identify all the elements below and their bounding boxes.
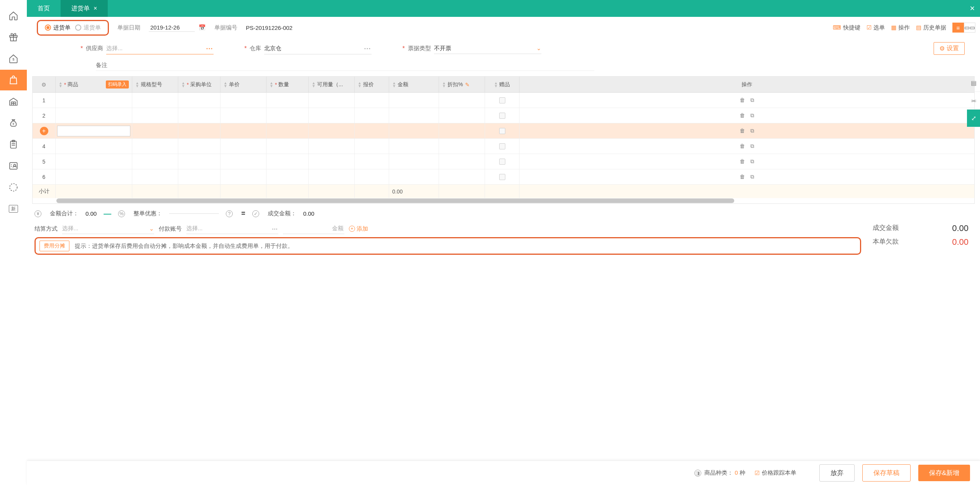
col-quote[interactable]: ▲▼报价 — [355, 77, 389, 92]
scrollbar-thumb[interactable] — [56, 198, 734, 203]
history-button[interactable]: ▤历史单据 — [916, 24, 946, 31]
select-order-button[interactable]: ☑选单 — [867, 24, 885, 31]
pay-account-select[interactable]: 选择... ⋯ — [186, 223, 278, 234]
col-qty[interactable]: ▲▼*数量 — [266, 77, 309, 92]
checkbox-icon[interactable] — [499, 128, 505, 134]
close-icon[interactable]: × — [94, 5, 97, 12]
cell-qty[interactable] — [266, 154, 309, 169]
cell-spec[interactable] — [132, 123, 178, 138]
nav-clipboard[interactable] — [0, 134, 27, 155]
cell-quote[interactable] — [355, 169, 389, 184]
cell-discount[interactable] — [439, 123, 485, 138]
cell-spec[interactable] — [132, 93, 178, 108]
add-row-button[interactable]: + — [33, 123, 56, 138]
col-spec[interactable]: ▲▼规格型号 — [132, 77, 178, 92]
save-new-button[interactable]: 保存&新增 — [918, 465, 970, 481]
cell-qty[interactable] — [266, 108, 309, 123]
col-available[interactable]: ▲▼可用量（... — [309, 77, 355, 92]
delete-row-button[interactable]: 🗑 — [740, 97, 745, 103]
shortcut-button[interactable]: ⌨快捷键 — [833, 24, 860, 31]
cell-qty[interactable] — [266, 169, 309, 184]
cell-qty[interactable] — [266, 93, 309, 108]
nav-finance[interactable]: ¥ — [0, 113, 27, 133]
cell-spec[interactable] — [132, 139, 178, 154]
cell-discount[interactable] — [439, 93, 485, 108]
settings-button[interactable]: ⚙ 设置 — [934, 42, 965, 55]
delete-row-button[interactable]: 🗑 — [740, 174, 745, 180]
rail-expand[interactable]: ⤢ — [967, 110, 980, 127]
checkbox-icon[interactable] — [499, 97, 505, 103]
cell-unit[interactable] — [178, 123, 220, 138]
view-card-button[interactable]: ▭▭ — [964, 23, 975, 33]
delete-row-button[interactable]: 🗑 — [740, 112, 745, 119]
operation-button[interactable]: ▦操作 — [891, 24, 910, 31]
cell-product[interactable] — [56, 93, 132, 108]
col-price[interactable]: ▲▼单价 — [220, 77, 266, 92]
cell-spec[interactable] — [132, 108, 178, 123]
tab-purchase-order[interactable]: 进货单 × — [61, 0, 108, 17]
cell-quote[interactable] — [355, 123, 389, 138]
remarks-input[interactable]: 备注 — [96, 62, 594, 71]
cell-spec[interactable] — [132, 169, 178, 184]
cell-product[interactable] — [56, 154, 132, 169]
nav-shopping[interactable] — [0, 70, 27, 90]
discard-button[interactable]: 放弃 — [819, 464, 855, 482]
rail-note[interactable]: ▤ — [967, 74, 980, 92]
delete-row-button[interactable]: 🗑 — [740, 143, 745, 149]
save-draft-button[interactable]: 保存草稿 — [862, 464, 911, 482]
col-gift[interactable]: ▲▼赠品 — [485, 77, 520, 92]
copy-row-button[interactable]: ⧉ — [750, 112, 754, 119]
help-icon[interactable]: ? — [226, 210, 233, 217]
cell-discount[interactable] — [439, 154, 485, 169]
cell-gift[interactable] — [485, 93, 520, 108]
delete-row-button[interactable]: 🗑 — [740, 158, 745, 165]
col-unit[interactable]: ▲▼*采购单位 — [178, 77, 220, 92]
nav-money-tag[interactable]: $ — [0, 48, 27, 69]
nav-home[interactable] — [0, 5, 27, 26]
cell-discount[interactable] — [439, 108, 485, 123]
col-settings[interactable]: ⚙ — [33, 77, 56, 92]
cell-price[interactable] — [220, 108, 266, 123]
fee-allocation-button[interactable]: 费用分摊 — [39, 241, 69, 251]
col-product[interactable]: ▲▼*商品扫码录入 — [56, 77, 132, 92]
add-payment-button[interactable]: + 添加 — [349, 225, 368, 233]
cell-gift[interactable] — [485, 139, 520, 154]
col-discount[interactable]: ▲▼折扣%✎ — [439, 77, 485, 92]
scan-input-badge[interactable]: 扫码录入 — [106, 80, 129, 88]
checkbox-icon[interactable] — [499, 159, 505, 165]
cell-unit[interactable] — [178, 154, 220, 169]
cell-qty[interactable] — [266, 123, 309, 138]
cell-price[interactable] — [220, 123, 266, 138]
cell-unit[interactable] — [178, 139, 220, 154]
cell-unit[interactable] — [178, 93, 220, 108]
cell-unit[interactable] — [178, 108, 220, 123]
rail-link[interactable]: ⫘ — [967, 92, 980, 110]
horizontal-scrollbar[interactable] — [33, 198, 974, 203]
supplier-select[interactable]: 选择... ⋯ — [106, 43, 214, 54]
cell-quote[interactable] — [355, 154, 389, 169]
checkbox-icon[interactable] — [499, 113, 505, 119]
cell-spec[interactable] — [132, 154, 178, 169]
cell-price[interactable] — [220, 139, 266, 154]
nav-sync[interactable] — [0, 177, 27, 198]
cell-gift[interactable] — [485, 169, 520, 184]
checkbox-icon[interactable] — [499, 174, 505, 180]
cell-product[interactable] — [56, 139, 132, 154]
cell-quote[interactable] — [355, 93, 389, 108]
invoice-type-select[interactable]: 不开票 ⌄ — [434, 43, 541, 54]
close-all-tabs[interactable]: × — [965, 0, 980, 17]
pay-method-select[interactable]: 选择... ⌄ — [62, 223, 154, 234]
radio-purchase[interactable]: 进货单 — [45, 24, 71, 31]
nav-contacts[interactable] — [0, 156, 27, 176]
cell-gift[interactable] — [485, 108, 520, 123]
copy-row-button[interactable]: ⧉ — [750, 128, 754, 134]
copy-row-button[interactable]: ⧉ — [750, 174, 754, 180]
cell-quote[interactable] — [355, 108, 389, 123]
copy-row-button[interactable]: ⧉ — [750, 97, 754, 103]
cell-qty[interactable] — [266, 139, 309, 154]
date-picker[interactable]: 2019-12-26 📅 — [149, 23, 206, 32]
cell-unit[interactable] — [178, 169, 220, 184]
warehouse-select[interactable]: 北京仓 ⋯ — [264, 43, 372, 54]
product-input[interactable] — [57, 126, 130, 136]
discount-input[interactable] — [169, 213, 219, 214]
